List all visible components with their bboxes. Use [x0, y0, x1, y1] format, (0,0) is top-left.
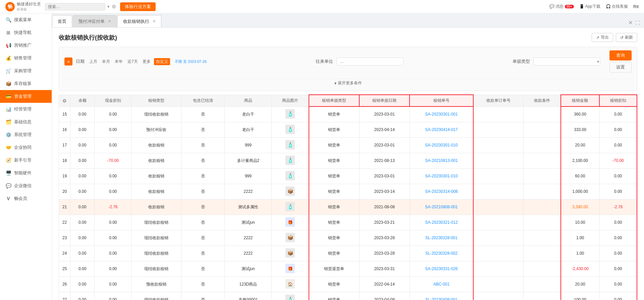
business-icon: 📊 — [5, 106, 11, 112]
sidebar-label-finance: 资金管理 — [14, 93, 32, 99]
tab-home[interactable]: 首页 — [52, 15, 72, 27]
sidebar-item-hardware[interactable]: 🖥️ 智能硬件 — [0, 167, 52, 179]
date-btn-7days[interactable]: 近7天 — [126, 58, 139, 65]
sidebar-item-collab[interactable]: 🤝 企业协同 — [0, 141, 52, 154]
td-included: 否 — [181, 153, 225, 168]
td-verify-discount: 0.00 — [599, 168, 637, 184]
sidebar-item-system[interactable]: ⚙️ 系统管理 — [0, 128, 52, 141]
td-discount: 0.00 — [95, 168, 131, 184]
td-amount: 3,390.00 — [561, 199, 599, 215]
date-btn-this-month[interactable]: 本月 — [101, 58, 111, 65]
svg-text:🏠: 🏠 — [288, 282, 293, 287]
table-row: 24 0.00 0.00 现结收款核销 否 2222 📦 销货单 2023-03… — [59, 246, 637, 261]
th-gear: ⚙ — [59, 95, 70, 106]
td-verify-type: 现结收款核销 — [131, 246, 181, 261]
td-product: 测试多属性 — [225, 199, 272, 215]
sidebar-label-basic: 基础信息 — [14, 119, 32, 125]
tab-prepay[interactable]: 预付冲应付单 ✕ — [73, 15, 117, 27]
sidebar-item-basic[interactable]: 🗂️ 基础信息 — [0, 116, 52, 128]
search-icon: 🔍 — [5, 17, 11, 23]
tab-collection[interactable]: 收款核销执行 ✕ — [117, 15, 161, 27]
window-expand-icon[interactable]: ⛶ — [635, 20, 640, 26]
td-amount: -2,430.00 — [561, 261, 599, 276]
table-row: 26 0.00 0.00 预收款核销 否 123D商品 🏠 销货单 2022-0… — [59, 276, 637, 292]
td-discount: 0.00 — [95, 276, 131, 292]
sidebar-item-member[interactable]: V 畅会员 — [0, 192, 52, 205]
filter-toggle-button[interactable]: » — [64, 57, 72, 66]
td-included: 否 — [181, 106, 225, 122]
query-button[interactable]: 查询 — [609, 50, 632, 60]
online-service-link[interactable]: 🎧 在线客服 — [606, 4, 628, 9]
td-num: 18 — [59, 153, 70, 168]
td-order-no — [473, 168, 523, 184]
filter-partner-input[interactable] — [336, 57, 404, 66]
td-doc-no: SA-20210813-001 — [410, 153, 473, 168]
filter-doctype-select[interactable] — [533, 57, 600, 66]
td-balance: 0.00 — [70, 199, 95, 215]
filter-dates: 上月 本月 本年 近7天 更多 自定义 — [88, 58, 170, 65]
tab-prepay-close[interactable]: ✕ — [108, 19, 111, 24]
setting-button[interactable]: 设置 — [609, 62, 632, 73]
table-row: 15 0.00 0.00 现结收款核销 否 老白干 🧴 销货单 2023-03-… — [59, 106, 637, 122]
page-title-actions: ↗ 导出 ↺ 刷新 — [592, 33, 637, 42]
sidebar-item-wechat[interactable]: 💬 企业微信 — [0, 179, 52, 192]
date-btn-last-month[interactable]: 上月 — [88, 58, 99, 65]
td-doc-type: 销货单 — [309, 137, 359, 153]
td-included: 否 — [181, 276, 225, 292]
td-order-no — [473, 137, 523, 153]
search-dropdown-icon[interactable]: ▾ — [107, 4, 110, 9]
td-balance: 0.00 — [70, 106, 95, 122]
sidebar-item-business[interactable]: 📊 经营管理 — [0, 103, 52, 116]
td-num: 19 — [59, 168, 70, 184]
td-product-img: 🧴 — [272, 106, 309, 122]
svg-text:🧴: 🧴 — [287, 204, 293, 210]
sidebar-label-business: 经营管理 — [14, 106, 32, 112]
trial-button[interactable]: 体验行业方案 — [120, 2, 156, 11]
sales-icon: 💰 — [5, 55, 11, 61]
th-cash-discount: 现金折扣 — [95, 95, 131, 106]
column-settings-button[interactable]: ⚙ — [62, 98, 67, 103]
window-close-icon[interactable]: ✕ — [628, 19, 633, 26]
date-btn-custom[interactable]: 自定义 — [154, 58, 170, 65]
date-btn-more[interactable]: 更多 — [141, 58, 152, 65]
td-balance: 0.00 — [70, 261, 95, 276]
td-amount: 60.00 — [561, 168, 599, 184]
export-button[interactable]: ↗ 导出 — [592, 33, 613, 42]
top-search-input[interactable] — [45, 3, 105, 10]
sidebar-item-search-menu[interactable]: 🔍 搜索菜单 — [0, 13, 52, 26]
td-balance: 0.00 — [70, 230, 95, 246]
td-product: 123D商品 — [225, 276, 272, 292]
sidebar-item-quick-nav[interactable]: ⊞ 快捷导航 — [0, 26, 52, 39]
table-wrapper: ⚙ 余额 现金折扣 核销类型 包含已结清 商品 商品图片 核销单据类型 核销单据… — [59, 94, 637, 300]
member-icon: V — [5, 196, 11, 202]
message-icon[interactable]: 💬 消息 99+ — [549, 4, 574, 9]
td-discount: -2.76 — [95, 199, 131, 215]
sidebar-item-finance[interactable]: 💳 资金管理 — [0, 90, 52, 103]
expand-more-btn[interactable]: ▾ 展开更多条件 — [64, 79, 632, 87]
td-product: 999 — [225, 168, 272, 184]
settings-icon[interactable]: ⚙ — [112, 4, 116, 10]
sidebar-item-inventory[interactable]: 📦 库存核算 — [0, 77, 52, 90]
app-download-link[interactable]: 📱 App下载 — [579, 4, 600, 9]
sidebar-label-quick: 快捷导航 — [14, 30, 32, 36]
td-doc-type: 销货单 — [309, 153, 359, 168]
sidebar-item-purchase[interactable]: 🛒 采购管理 — [0, 65, 52, 77]
message-label: 消息 — [555, 4, 564, 9]
sidebar-item-guide[interactable]: 🧭 新手引导 — [0, 154, 52, 167]
tab-home-label: 首页 — [58, 18, 66, 25]
td-verify-discount: 0.00 — [599, 246, 637, 261]
th-balance: 余额 — [70, 95, 95, 106]
sidebar-item-marketing[interactable]: 📢 营销推广 — [0, 39, 52, 52]
sidebar-label-guide: 新手引导 — [14, 157, 32, 163]
td-doc-date: 2021-08-13 — [359, 153, 410, 168]
sidebar-item-sales[interactable]: 💰 销售管理 — [0, 52, 52, 65]
td-product-img: 📦 — [272, 184, 309, 199]
refresh-button[interactable]: ↺ 刷新 — [616, 33, 637, 42]
td-verify-discount: -70.00 — [599, 153, 637, 168]
td-doc-no: SL-20230328-001 — [410, 230, 473, 246]
date-btn-this-year[interactable]: 本年 — [113, 58, 124, 65]
table-row: 19 0.00 0.00 收款核销 否 999 🧴 销货单 2023-03-01… — [59, 168, 637, 184]
sidebar-label-hardware: 智能硬件 — [14, 170, 32, 176]
td-condition — [524, 122, 561, 137]
tab-collection-close[interactable]: ✕ — [153, 19, 156, 24]
